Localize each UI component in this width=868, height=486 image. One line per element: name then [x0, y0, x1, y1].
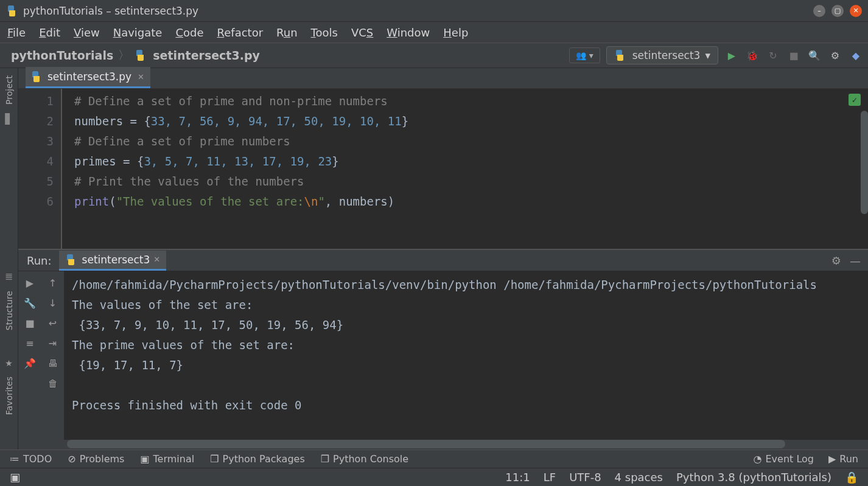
stop-icon[interactable]: ■: [25, 318, 34, 329]
search-icon[interactable]: 🔍: [807, 48, 822, 63]
pin-icon[interactable]: 📌: [24, 358, 36, 369]
user-icon: 👥: [576, 50, 586, 60]
window-title: pythonTutorials – setintersect3.py: [19, 5, 813, 17]
breadcrumb-root[interactable]: pythonTutorials: [11, 49, 113, 62]
bottom-tool-bar: ≔TODO ⊘Problems ▣Terminal ❒Python Packag…: [0, 450, 868, 468]
problems-tool[interactable]: ⊘Problems: [68, 453, 124, 465]
run-tool[interactable]: ▶Run: [828, 453, 858, 465]
run-tab[interactable]: setintersect3 ✕: [59, 251, 167, 271]
list-icon: ≔: [10, 453, 19, 465]
event-log-tool[interactable]: ◔Event Log: [754, 453, 814, 465]
trash-icon[interactable]: 🗑: [48, 378, 58, 389]
inspection-ok-icon[interactable]: ✓: [849, 94, 861, 106]
settings-icon[interactable]: ⚙: [828, 48, 842, 63]
run-settings-icon[interactable]: ⚙: [831, 254, 841, 267]
breadcrumb[interactable]: pythonTutorials 〉 setintersect3.py: [11, 47, 260, 63]
menu-run[interactable]: Run: [276, 26, 298, 39]
menu-bar: File Edit View Navigate Code Refactor Ru…: [0, 22, 868, 43]
rerun-icon[interactable]: ▶: [26, 277, 33, 289]
code-content[interactable]: # Define a set of prime and non-prime nu…: [61, 89, 868, 249]
terminal-icon: ▣: [140, 453, 149, 465]
menu-edit[interactable]: Edit: [39, 26, 60, 39]
title-bar: pythonTutorials – setintersect3.py – ▢ ✕: [0, 0, 868, 22]
vertical-scrollbar[interactable]: [861, 111, 868, 214]
print-icon[interactable]: 🖶: [48, 358, 58, 369]
horizontal-scrollbar[interactable]: [67, 440, 785, 448]
editor-tab[interactable]: setintersect3.py ✕: [26, 67, 150, 88]
encoding[interactable]: UTF-8: [569, 471, 601, 484]
app-icon: [6, 5, 17, 16]
left-tool-strip: Project ▋ ≣ Structure ★ Favorites: [0, 68, 18, 450]
warning-icon: ⊘: [68, 453, 75, 465]
python-file-icon: [30, 71, 41, 82]
menu-file[interactable]: File: [7, 26, 26, 39]
code-editor[interactable]: 1 2 3 4 5 6 # Define a set of prime and …: [18, 89, 868, 249]
run-config-selector[interactable]: setintersect3 ▾: [606, 46, 718, 64]
down-icon[interactable]: ↓: [49, 297, 57, 309]
console-icon: ❒: [321, 453, 329, 465]
python-console-tool[interactable]: ❒Python Console: [321, 453, 408, 465]
editor-tabs: setintersect3.py ✕: [18, 68, 868, 89]
minimize-panel-icon[interactable]: —: [850, 254, 861, 267]
packages-icon: ❒: [210, 453, 219, 465]
console-output[interactable]: /home/fahmida/PycharmProjects/pythonTuto…: [65, 271, 868, 440]
tool-window-icon[interactable]: ▣: [10, 471, 20, 484]
minimize-button[interactable]: –: [813, 5, 825, 17]
chevron-down-icon: ▾: [705, 49, 710, 61]
menu-vcs[interactable]: VCS: [351, 26, 373, 39]
star-icon: ★: [5, 358, 13, 368]
menu-refactor[interactable]: Refactor: [217, 26, 264, 39]
run-config-name: setintersect3: [632, 49, 701, 61]
status-bar: ▣ 11:1 LF UTF-8 4 spaces Python 3.8 (pyt…: [0, 468, 868, 486]
interpreter[interactable]: Python 3.8 (pythonTutorials): [676, 471, 831, 484]
lock-icon[interactable]: 🔒: [845, 471, 858, 484]
menu-window[interactable]: Window: [387, 26, 430, 39]
search-everywhere-icon[interactable]: ◆: [849, 48, 863, 63]
close-tab-icon[interactable]: ✕: [153, 255, 160, 264]
stop-button[interactable]: ■: [786, 48, 801, 63]
layout-icon[interactable]: ≡: [26, 338, 33, 349]
chevron-down-icon: ▾: [589, 50, 593, 60]
menu-tools[interactable]: Tools: [311, 26, 338, 39]
structure-tool-button[interactable]: Structure: [4, 287, 14, 334]
menu-help[interactable]: Help: [443, 26, 468, 39]
favorites-tool-button[interactable]: Favorites: [4, 373, 14, 418]
todo-tool[interactable]: ≔TODO: [10, 453, 52, 465]
structure-icon: ≣: [5, 271, 13, 282]
add-config-dropdown[interactable]: 👥 ▾: [569, 47, 600, 63]
python-file-icon: [65, 254, 76, 265]
coverage-button[interactable]: ↻: [766, 48, 780, 63]
python-file-icon: [135, 50, 145, 61]
line-gutter: 1 2 3 4 5 6: [18, 89, 61, 249]
wrench-icon[interactable]: 🔧: [24, 297, 36, 309]
line-ending[interactable]: LF: [544, 471, 556, 484]
scroll-end-icon[interactable]: ⇥: [49, 338, 57, 349]
editor-tab-label: setintersect3.py: [47, 71, 131, 83]
breadcrumb-file[interactable]: setintersect3.py: [153, 49, 260, 62]
run-toolbar-right: ↑ ↓ ↩ ⇥ 🖶 🗑: [41, 271, 65, 440]
run-icon: ▶: [828, 453, 836, 465]
close-button[interactable]: ✕: [850, 5, 862, 17]
run-panel-label: Run:: [27, 254, 52, 267]
menu-navigate[interactable]: Navigate: [113, 26, 163, 39]
run-panel: Run: setintersect3 ✕ ⚙ — ▶ 🔧 ■ ≡ 📌: [18, 249, 868, 450]
debug-button[interactable]: 🐞: [745, 48, 760, 63]
menu-code[interactable]: Code: [175, 26, 203, 39]
terminal-tool[interactable]: ▣Terminal: [140, 453, 194, 465]
indent[interactable]: 4 spaces: [615, 471, 663, 484]
run-button[interactable]: ▶: [724, 48, 739, 63]
up-icon[interactable]: ↑: [49, 277, 57, 289]
menu-view[interactable]: View: [74, 26, 100, 39]
maximize-button[interactable]: ▢: [831, 5, 844, 17]
nav-bar: pythonTutorials 〉 setintersect3.py 👥 ▾ s…: [0, 43, 868, 68]
log-icon: ◔: [754, 453, 762, 465]
breadcrumb-separator: 〉: [118, 47, 130, 63]
project-tool-button[interactable]: Project: [4, 72, 14, 108]
folder-icon[interactable]: ▋: [5, 113, 12, 125]
packages-tool[interactable]: ❒Python Packages: [210, 453, 305, 465]
python-file-icon: [614, 50, 625, 61]
run-tab-label: setintersect3: [82, 254, 150, 266]
caret-position[interactable]: 11:1: [505, 471, 530, 484]
close-tab-icon[interactable]: ✕: [138, 72, 144, 82]
soft-wrap-icon[interactable]: ↩: [49, 318, 57, 329]
